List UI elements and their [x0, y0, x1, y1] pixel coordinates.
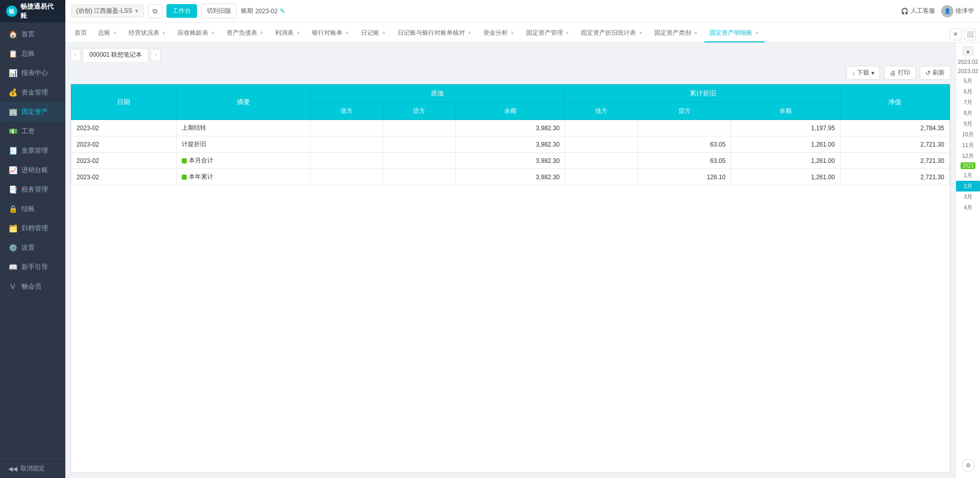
year-period-1[interactable]: 2023.02: [956, 57, 980, 66]
sidebar-item-funds[interactable]: 💰 资金管理: [0, 83, 65, 102]
tab-close-icon[interactable]: ×: [210, 30, 215, 36]
company-selector[interactable]: (劝创) 江西服盈-LSS ▼: [71, 5, 144, 17]
month-4[interactable]: 4月: [956, 202, 980, 213]
subtab-next-btn[interactable]: ›: [151, 49, 161, 61]
tab-close-icon[interactable]: ×: [161, 30, 166, 36]
month-3[interactable]: 3月: [956, 192, 980, 202]
refresh-icon: ↺: [925, 69, 930, 77]
sidebar-item-invoice[interactable]: 🧾 发票管理: [0, 141, 65, 160]
tab-fixed-detail[interactable]: 固定资产明细账 ×: [704, 24, 765, 42]
tab-close-icon[interactable]: ×: [565, 30, 570, 36]
tab-close-icon[interactable]: ×: [112, 30, 117, 36]
download-button[interactable]: ↓ 下载 ▾: [846, 66, 880, 80]
tab-close-icon[interactable]: ×: [381, 30, 386, 36]
right-settings-btn[interactable]: ⚙: [962, 459, 975, 472]
cell-orig-credit: [383, 153, 455, 169]
archive-icon: 🗂️: [8, 224, 17, 232]
tab-label: 总账: [98, 29, 110, 37]
tab-close-icon[interactable]: ×: [467, 30, 472, 36]
right-sidebar-bottom: ⚙: [962, 455, 975, 476]
workspace-button[interactable]: 工作台: [166, 4, 197, 18]
col-original-value: 原值: [310, 85, 565, 103]
tab-ledger[interactable]: 总账 ×: [93, 24, 122, 42]
print-button[interactable]: 🖨 打印: [884, 66, 916, 80]
copy-button[interactable]: ⧉: [148, 4, 162, 18]
tab-profit[interactable]: 利润表 ×: [270, 24, 306, 42]
sidebar-item-salary[interactable]: 💵 工资: [0, 122, 65, 141]
sidebar-item-archive[interactable]: 🗂️ 归档管理: [0, 219, 65, 238]
tab-bank-statement[interactable]: 银行对账单 ×: [307, 24, 355, 42]
main-area: (劝创) 江西服盈-LSS ▼ ⧉ 工作台 切到旧版 账期 2023-02 ✎ …: [65, 0, 980, 478]
sidebar-item-fixed-assets[interactable]: 🏢 固定资产: [0, 102, 65, 122]
month-10[interactable]: 10月: [956, 129, 980, 140]
old-version-button[interactable]: 切到旧版: [201, 4, 237, 18]
headset-icon: 🎧: [901, 8, 909, 15]
company-name: (劝创) 江西服盈-LSS: [76, 7, 132, 15]
subtab-item[interactable]: 000001 联想笔记本: [83, 48, 149, 62]
month-2[interactable]: 2月: [956, 181, 980, 192]
month-9[interactable]: 9月: [956, 118, 980, 129]
tab-fixed-mgmt[interactable]: 固定资产管理 ×: [521, 24, 575, 42]
subtabbar: ‹ 000001 联想笔记本 ›: [70, 48, 950, 62]
tab-home[interactable]: 首页: [69, 24, 92, 42]
cell-net-value: 2,721.30: [840, 153, 949, 169]
subtab-prev-btn[interactable]: ‹: [70, 49, 81, 61]
sidebar-item-reports[interactable]: 📊 报表中心: [0, 63, 65, 83]
sidebar-item-closing[interactable]: 🔒 结账: [0, 199, 65, 219]
service-button[interactable]: 🎧 人工客服: [901, 7, 935, 15]
sidebar-item-sales[interactable]: 📈 进销台账: [0, 160, 65, 180]
month-12[interactable]: 12月: [956, 151, 980, 161]
sidebar-item-vip[interactable]: V 畅会员: [0, 277, 65, 296]
sidebar-item-tax[interactable]: 📑 税务管理: [0, 180, 65, 199]
sidebar-item-label: 结账: [21, 204, 35, 213]
sidebar-item-home[interactable]: 🏠 首页: [0, 25, 65, 44]
tab-close-icon[interactable]: ×: [345, 30, 350, 36]
month-8[interactable]: 8月: [956, 108, 980, 118]
close-tab-button[interactable]: ✕: [949, 28, 962, 40]
cell-acc-balance: 1,261.00: [731, 136, 840, 153]
tab-journal[interactable]: 日记账 ×: [356, 24, 391, 42]
tab-receivables[interactable]: 应收账龄表 ×: [173, 24, 220, 42]
tab-fixed-depreciation[interactable]: 固定资产折旧统计表 ×: [576, 24, 648, 42]
year-period-2[interactable]: 2023.02: [956, 66, 980, 76]
sidebar-item-ledger[interactable]: 📋 总账: [0, 44, 65, 63]
month-1[interactable]: 1月: [956, 170, 980, 181]
cell-summary: 本年累计: [176, 169, 310, 185]
month-7[interactable]: 7月: [956, 97, 980, 108]
tab-journal-bank-check[interactable]: 日记账与银行对账单核对 ×: [393, 24, 477, 42]
maximize-tab-button[interactable]: ⬜: [964, 28, 976, 40]
content-area: ‹ 000001 联想笔记本 › ↓ 下载 ▾ 🖨 打印 ↺: [65, 43, 980, 478]
tab-close-icon[interactable]: ×: [296, 30, 301, 36]
tab-label: 资金分析: [483, 29, 508, 37]
tab-close-icon[interactable]: ×: [638, 30, 643, 36]
month-5[interactable]: 5月: [956, 76, 980, 86]
tab-balance-sheet[interactable]: 资产负债表 ×: [222, 24, 270, 42]
funds-icon: 💰: [8, 88, 17, 97]
sidebar-item-settings[interactable]: ⚙️ 设置: [0, 238, 65, 257]
data-table: 日期 摘要 原值 累计折旧 净值 借方 贷方 余额 借方 贷方 余额: [70, 84, 950, 473]
sidebar-item-label: 首页: [21, 30, 35, 39]
sidebar-item-guide[interactable]: 📖 新手引导: [0, 257, 65, 277]
sidebar-nav: 🏠 首页 📋 总账 📊 报表中心 💰 资金管理 🏢 固定资产 💵 工资 🧾 发票…: [0, 22, 65, 459]
cell-acc-debit: [565, 136, 638, 153]
tab-fixed-category[interactable]: 固定资产类别 ×: [649, 24, 703, 42]
tab-label: 固定资产明细账: [709, 29, 752, 37]
row-tag-green: [182, 175, 187, 180]
cell-acc-credit: 63.05: [638, 136, 731, 153]
table-row: 2023-02 计提折旧 3,982.30 63.05 1,261.00 2,7…: [71, 136, 950, 153]
tab-close-icon[interactable]: ×: [259, 30, 264, 36]
tab-fund-analysis[interactable]: 资金分析 ×: [478, 24, 520, 42]
period-edit-icon[interactable]: ✎: [280, 7, 285, 15]
tab-label: 资产负债表: [227, 29, 257, 37]
tab-close-icon[interactable]: ×: [754, 30, 760, 36]
tab-close-icon[interactable]: ×: [693, 30, 698, 36]
month-6[interactable]: 6月: [956, 86, 980, 97]
nav-up-btn[interactable]: ▲: [962, 46, 974, 56]
sidebar-item-label: 工资: [21, 127, 35, 136]
month-11[interactable]: 11月: [956, 140, 980, 151]
tab-operations[interactable]: 经营状况表 ×: [124, 24, 172, 42]
tab-close-icon[interactable]: ×: [510, 30, 515, 36]
sidebar-unpin-btn[interactable]: ◀◀ 取消固定: [0, 459, 65, 478]
user-menu[interactable]: 👤 徐泽华: [941, 5, 974, 17]
refresh-button[interactable]: ↺ 刷新: [920, 66, 950, 80]
